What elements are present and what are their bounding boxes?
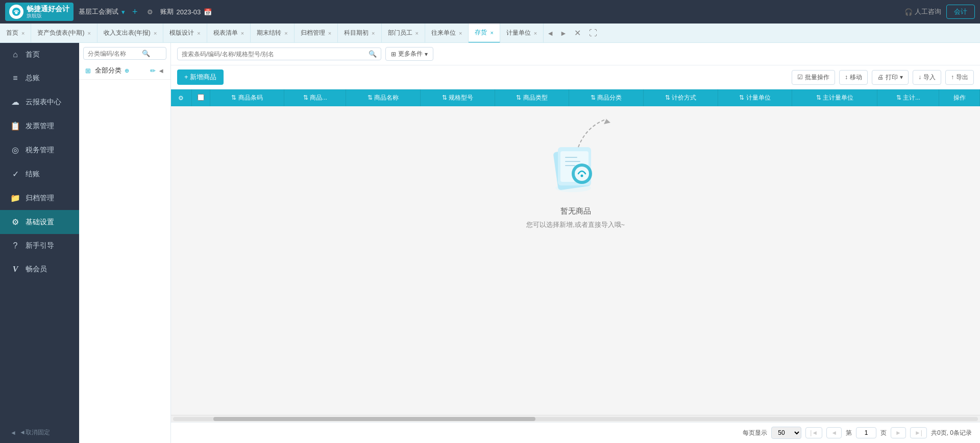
sidebar-item-member[interactable]: V 畅会员 (0, 258, 79, 281)
sidebar-pin-toggle[interactable]: ◄ ◄取消固定 (0, 422, 79, 443)
col-code[interactable]: ⇅ 商品... (284, 89, 346, 106)
col-unit[interactable]: ⇅ 计量单位 (718, 89, 792, 106)
tab-dept[interactable]: 部门员工 × (382, 24, 425, 43)
tab-template-close[interactable]: × (197, 30, 200, 36)
sidebar-item-ledger[interactable]: ≡ 总账 (0, 66, 79, 90)
sidebar-item-invoice[interactable]: 📋 发票管理 (0, 114, 79, 138)
tab-dept-label: 部门员工 (388, 29, 412, 37)
tab-balance-close[interactable]: × (87, 30, 90, 36)
next-page-button[interactable]: ► (891, 427, 906, 438)
sidebar-item-tax[interactable]: ◎ 税务管理 (0, 138, 79, 162)
col-name[interactable]: ⇅ 商品名称 (346, 89, 421, 106)
category-search-input[interactable] (88, 50, 139, 57)
scroll-thumb[interactable] (213, 417, 535, 421)
add-product-button[interactable]: + 新增商品 (177, 69, 224, 85)
tab-archive[interactable]: 归档管理 × (295, 24, 338, 43)
batch-label: 批量操作 (805, 73, 829, 82)
help-button[interactable]: 🎧 人工咨询 (904, 7, 941, 16)
category-all-label: 全部分类 (95, 66, 121, 75)
add-tab-button[interactable]: + (130, 7, 140, 17)
col-type[interactable]: ⇅ 商品类型 (495, 89, 569, 106)
sidebar-item-cloud[interactable]: ☁ 云报表中心 (0, 90, 79, 114)
tab-home[interactable]: 首页 × (0, 24, 31, 43)
sidebar-item-settle[interactable]: ✓ 结账 (0, 162, 79, 186)
company-selector[interactable]: 基层工会测试 ▾ (79, 7, 125, 16)
tab-archive-close[interactable]: × (328, 30, 331, 36)
settings-gear-icon[interactable]: ⚙ (145, 8, 155, 16)
tab-period[interactable]: 期末结转 × (251, 24, 294, 43)
sidebar-item-tax-label: 税务管理 (26, 146, 54, 155)
category-search-icon[interactable]: 🔍 (142, 50, 150, 57)
move-button[interactable]: ↕ 移动 (839, 70, 868, 85)
edit-icon[interactable]: ✏ (150, 67, 156, 75)
tab-prev-button[interactable]: ◄ (544, 29, 557, 37)
sidebar-item-archive[interactable]: 📁 归档管理 (0, 186, 79, 210)
col-settings[interactable]: ⚙ (171, 89, 191, 106)
col-category[interactable]: ⇅ 商品分类 (569, 89, 644, 106)
col-pricing[interactable]: ⇅ 计价方式 (643, 89, 718, 106)
col-spec[interactable]: ⇅ 规格型号 (420, 89, 495, 106)
calendar-icon[interactable]: 📅 (204, 8, 212, 16)
tab-expand-button[interactable]: ⛶ (585, 29, 601, 38)
print-button[interactable]: 🖨 打印 ▾ (872, 70, 909, 85)
horizontal-scrollbar[interactable] (171, 415, 980, 422)
prev-page-button[interactable]: ◄ (826, 427, 842, 438)
product-search-box[interactable]: 🔍 (177, 48, 381, 60)
tab-next-button[interactable]: ► (557, 29, 570, 37)
tab-inventory-close[interactable]: × (490, 30, 493, 36)
collapse-icon[interactable]: ◄ (158, 67, 164, 75)
sidebar-item-home[interactable]: ⌂ 首页 (0, 43, 79, 66)
export-button[interactable]: ↑ 导出 (945, 70, 974, 85)
product-search-icon[interactable]: 🔍 (369, 50, 377, 58)
add-product-label: + 新增商品 (184, 73, 216, 82)
col-main-unit[interactable]: ⇅ 主计量单位 (792, 89, 877, 106)
tab-clients-close[interactable]: × (459, 30, 462, 36)
tab-subject[interactable]: 科目期初 × (338, 24, 381, 43)
scroll-track[interactable] (173, 417, 978, 421)
period-value: 2023-03 (177, 8, 201, 16)
tab-tax-label: 税表清单 (213, 29, 238, 37)
col-barcode[interactable]: ⇅ 商品条码 (210, 89, 284, 106)
col-checkbox[interactable] (191, 89, 210, 106)
select-all-checkbox[interactable] (198, 94, 204, 101)
current-page-input[interactable] (856, 427, 876, 438)
svg-point-9 (580, 175, 583, 177)
print-label: 打印 (886, 73, 898, 82)
batch-icon: ☑ (797, 74, 803, 81)
grid-icon: ⊞ (85, 67, 91, 75)
tab-income[interactable]: 收入支出表(年报) × (97, 24, 163, 43)
tab-inventory[interactable]: 存货 × (469, 24, 500, 43)
sidebar-item-settings[interactable]: ⚙ 基础设置 (0, 210, 79, 234)
per-page-select[interactable]: 50 100 (771, 427, 801, 439)
product-search-input[interactable] (182, 51, 365, 58)
tab-income-close[interactable]: × (154, 30, 157, 36)
tab-unit[interactable]: 计量单位 × (500, 24, 544, 43)
tab-tax[interactable]: 税表清单 × (207, 24, 251, 43)
batch-button[interactable]: ☑ 批量操作 (792, 70, 835, 85)
tab-tax-close[interactable]: × (241, 30, 244, 36)
top-header: 畅捷通好会计 旗舰版 基层工会测试 ▾ + ⚙ 账期 2023-03 📅 🎧 人… (0, 0, 980, 24)
tab-unit-close[interactable]: × (534, 30, 537, 36)
first-page-button[interactable]: |◄ (805, 427, 822, 438)
category-count: ⊕ (125, 67, 129, 74)
filter-button[interactable]: ⊞ 更多条件 ▾ (385, 47, 433, 61)
tab-balance[interactable]: 资产负债表(中期) × (31, 24, 97, 43)
logo-area[interactable]: 畅捷通好会计 旗舰版 (5, 3, 74, 21)
tab-clients[interactable]: 往来单位 × (425, 24, 469, 43)
arrow-decoration (576, 116, 617, 152)
tab-dept-close[interactable]: × (415, 30, 419, 36)
tab-bar: 首页 × 资产负债表(中期) × 收入支出表(年报) × 模版设计 × 税表清单… (0, 24, 980, 43)
home-icon: ⌂ (10, 50, 20, 59)
tab-period-close[interactable]: × (284, 30, 287, 36)
import-button[interactable]: ↓ 导入 (913, 70, 941, 85)
account-button[interactable]: 会计 (946, 5, 975, 19)
sidebar-item-guide[interactable]: ? 新手引导 (0, 234, 79, 258)
last-page-button[interactable]: ►| (910, 427, 927, 438)
col-main-unit2[interactable]: ⇅ 主计... (877, 89, 939, 106)
tab-subject-close[interactable]: × (372, 30, 375, 36)
category-search-box[interactable]: 🔍 (83, 47, 166, 60)
tab-template[interactable]: 模版设计 × (163, 24, 207, 43)
export-label: 导出 (956, 73, 968, 82)
guide-icon: ? (10, 241, 20, 250)
tab-close-all-button[interactable]: ✕ (570, 28, 585, 38)
